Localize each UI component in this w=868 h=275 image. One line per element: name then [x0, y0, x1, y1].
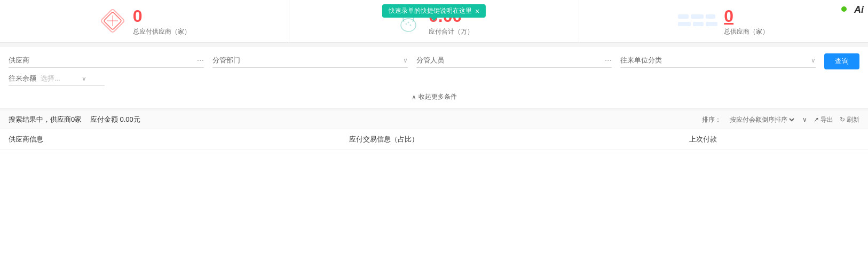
dept-filter: 分管部门 ∨: [212, 56, 408, 68]
total-suppliers-label: 总供应商（家）: [724, 27, 769, 36]
stat-total-payable-suppliers: 0 总应付供应商（家）: [0, 0, 289, 42]
shortcut-tooltip: 快速录单的快捷键说明在这里 ×: [382, 4, 486, 18]
data-table: 供应商信息 应付交易信息（占比） 上次付款: [0, 129, 868, 275]
dept-arrow[interactable]: ∨: [403, 57, 408, 64]
ai-label: Ai: [854, 4, 864, 15]
results-amount: 应付金额 0.00元: [90, 115, 140, 123]
col-payment-header: 上次付款: [689, 135, 859, 144]
supplier-filter: 供应商 ···: [9, 56, 204, 68]
results-info: 搜索结果中，供应商0家 应付金额 0.00元: [9, 115, 140, 124]
person-label: 分管人员: [416, 56, 444, 65]
filter-section: 供应商 ··· 分管部门 ∨ 分管人员 ··· 往来单位分类 ∨ 查询 往来余额: [0, 47, 868, 108]
query-button[interactable]: 查询: [824, 53, 859, 69]
person-filter: 分管人员 ···: [416, 56, 612, 68]
svg-point-6: [407, 22, 409, 23]
stat-total-suppliers: 0 总供应商（家） Ai: [579, 0, 868, 42]
col-supplier-header: 供应商信息: [9, 135, 349, 144]
dept-input[interactable]: [244, 56, 403, 64]
results-text: 搜索结果中，供应商0家: [9, 115, 82, 123]
svg-point-7: [409, 25, 411, 26]
export-button[interactable]: ↗ 导出: [814, 115, 833, 124]
unit-input[interactable]: [666, 56, 811, 64]
diamond-logo-icon: [99, 7, 127, 35]
person-input[interactable]: [448, 56, 605, 64]
collapse-label: 收起更多条件: [419, 92, 457, 101]
supplier-label: 供应商: [9, 56, 29, 65]
total-payable-suppliers-number: 0: [133, 6, 143, 26]
unit-filter: 往来单位分类 ∨: [620, 56, 816, 68]
refresh-icon: ↻: [840, 116, 845, 123]
tooltip-close-btn[interactable]: ×: [475, 7, 479, 15]
refresh-label: 刷新: [847, 115, 859, 124]
sort-label: 排序：: [702, 115, 721, 124]
unit-arrow[interactable]: ∨: [811, 57, 816, 64]
filter-row-1: 供应商 ··· 分管部门 ∨ 分管人员 ··· 往来单位分类 ∨ 查询: [9, 53, 859, 69]
refresh-button[interactable]: ↻ 刷新: [840, 115, 859, 124]
svg-point-5: [405, 23, 407, 25]
stat-payable-total: 0.00 应付合计（万） 快速录单的快捷键说明在这里 ×: [289, 0, 579, 42]
collapse-button[interactable]: ∧ 收起更多条件: [412, 92, 457, 101]
total-suppliers-number: 0: [724, 6, 733, 26]
results-bar: 搜索结果中，供应商0家 应付金额 0.00元 排序： 按应付会额倒序排序 ∨ ↗…: [0, 111, 868, 129]
balance-arrow[interactable]: ∨: [82, 75, 86, 82]
balance-placeholder: 选择...: [41, 74, 60, 83]
supplier-dots[interactable]: ···: [197, 56, 204, 65]
sort-select[interactable]: 按应付会额倒序排序: [728, 115, 796, 124]
tooltip-text: 快速录单的快捷键说明在这里: [389, 6, 472, 15]
filter-row-2: 往来余额 选择... ∨: [9, 74, 859, 86]
export-label: 导出: [820, 115, 833, 124]
results-actions: 排序： 按应付会额倒序排序 ∨ ↗ 导出 ↻ 刷新: [702, 115, 859, 124]
dept-label: 分管部门: [212, 56, 240, 65]
export-icon: ↗: [814, 116, 819, 123]
person-dots[interactable]: ···: [605, 56, 612, 65]
placeholder-graphic: [678, 14, 717, 27]
collapse-row: ∧ 收起更多条件: [9, 90, 859, 104]
balance-label: 往来余额: [9, 74, 36, 83]
table-header: 供应商信息 应付交易信息（占比） 上次付款: [0, 129, 868, 150]
stats-bar: 0 总应付供应商（家） 0.00 应付合计（万）: [0, 0, 868, 43]
collapse-icon: ∧: [412, 93, 416, 101]
payable-total-label: 应付合计（万）: [429, 27, 474, 36]
supplier-input[interactable]: [34, 56, 197, 64]
total-payable-suppliers-label: 总应付供应商（家）: [133, 27, 191, 36]
col-transaction-header: 应付交易信息（占比）: [349, 135, 690, 144]
unit-label: 往来单位分类: [620, 56, 662, 65]
tooltip-dot-indicator: [841, 6, 847, 12]
sort-arrow-icon: ∨: [802, 116, 807, 123]
table-body: [0, 150, 868, 275]
balance-filter: 往来余额 选择... ∨: [9, 74, 105, 86]
